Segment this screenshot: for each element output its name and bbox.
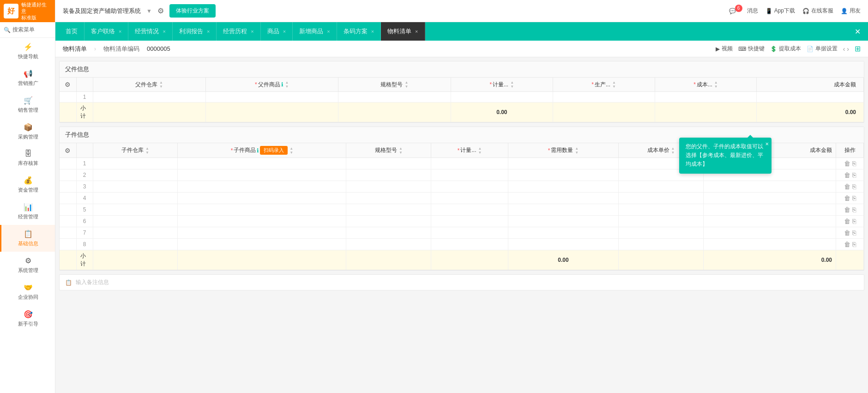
child-col-settings-icon[interactable]: ⚙ xyxy=(65,147,71,154)
delete-icon-1[interactable]: 🗑 xyxy=(844,160,850,167)
col-settings-icon[interactable]: ⚙ xyxy=(65,81,71,88)
child-row-spec-1[interactable] xyxy=(346,158,431,169)
child-row-product-3[interactable] xyxy=(178,181,346,193)
child-row-product-6[interactable] xyxy=(178,216,346,227)
child-row-product-1[interactable] xyxy=(178,158,346,169)
tab-close-barcode[interactable]: × xyxy=(371,29,374,34)
sidebar-item-purchase[interactable]: 📦 采购管理 xyxy=(0,118,55,145)
delete-icon-7[interactable]: 🗑 xyxy=(844,229,850,236)
sidebar-item-quick-nav[interactable]: ⚡ 快捷导航 xyxy=(0,38,55,65)
delete-icon-8[interactable]: 🗑 xyxy=(844,241,850,248)
online-service-item[interactable]: 🎧 在线客服 xyxy=(802,7,833,15)
shortcut-action[interactable]: ⌨ 快捷键 xyxy=(738,45,765,53)
child-row-unit-7[interactable] xyxy=(431,227,508,239)
child-row-spec-6[interactable] xyxy=(346,216,431,227)
message-item[interactable]: 💬 6 消息 xyxy=(729,7,758,15)
extract-cost-action[interactable]: 💲 提取成本 xyxy=(770,45,801,53)
child-row-unit-cost-4[interactable] xyxy=(619,193,704,204)
tab-close-history[interactable]: × xyxy=(251,29,253,34)
single-settings-action[interactable]: 📄 单据设置 xyxy=(807,45,838,53)
tooltip-close[interactable]: × xyxy=(765,139,769,149)
child-row-warehouse-2[interactable] xyxy=(93,169,178,181)
child-row-warehouse-6[interactable] xyxy=(93,216,178,227)
delete-icon-4[interactable]: 🗑 xyxy=(844,194,850,202)
app-download-item[interactable]: 📱 App下载 xyxy=(766,7,795,15)
child-row-unit-1[interactable] xyxy=(431,158,508,169)
copy-icon-6[interactable]: ⎘ xyxy=(852,218,856,225)
tab-profit[interactable]: 利润报告× xyxy=(173,22,217,41)
sidebar-item-sales[interactable]: 🛒 销售管理 xyxy=(0,91,55,118)
copy-icon-2[interactable]: ⎘ xyxy=(852,171,856,179)
child-row-qty-8[interactable] xyxy=(508,239,618,250)
tab-close-customers[interactable]: × xyxy=(119,29,121,34)
child-col-settings[interactable]: ⚙ xyxy=(60,143,76,158)
user-item[interactable]: 👤 用友 xyxy=(841,7,861,15)
child-row-unit-8[interactable] xyxy=(431,239,508,250)
sidebar-item-guide[interactable]: 🎯 新手引导 xyxy=(0,305,55,332)
child-row-qty-3[interactable] xyxy=(508,181,618,193)
child-row-product-5[interactable] xyxy=(178,204,346,216)
parent-row-warehouse[interactable] xyxy=(93,92,205,103)
tab-new-products[interactable]: 新增商品× xyxy=(293,22,337,41)
experience-btn[interactable]: 体验行业方案 xyxy=(169,4,216,18)
copy-icon-1[interactable]: ⎘ xyxy=(852,160,856,167)
parent-col-settings[interactable]: ⚙ xyxy=(60,78,76,92)
child-row-product-2[interactable] xyxy=(178,169,346,181)
tab-operations[interactable]: 经营情况× xyxy=(128,22,172,41)
child-row-unit-cost-3[interactable] xyxy=(619,181,704,193)
child-row-spec-2[interactable] xyxy=(346,169,431,181)
parent-row-cost[interactable] xyxy=(655,92,757,103)
sidebar-item-basic-info[interactable]: 📋 基础信息 xyxy=(0,225,55,252)
delete-icon-2[interactable]: 🗑 xyxy=(844,171,850,179)
parent-row-spec[interactable] xyxy=(338,92,451,103)
parent-row-unit[interactable] xyxy=(451,92,553,103)
child-row-spec-4[interactable] xyxy=(346,193,431,204)
child-row-warehouse-7[interactable] xyxy=(93,227,178,239)
child-row-unit-2[interactable] xyxy=(431,169,508,181)
child-row-spec-7[interactable] xyxy=(346,227,431,239)
copy-icon-5[interactable]: ⎘ xyxy=(852,206,856,213)
child-row-spec-3[interactable] xyxy=(346,181,431,193)
close-all-tabs[interactable]: ✕ xyxy=(851,27,864,36)
child-row-unit-cost-6[interactable] xyxy=(619,216,704,227)
tab-close-operations[interactable]: × xyxy=(163,29,165,34)
settings-icon[interactable]: ⚙ xyxy=(157,6,164,15)
sidebar-item-system[interactable]: ⚙ 系统管理 xyxy=(0,252,55,278)
child-row-unit-5[interactable] xyxy=(431,204,508,216)
grid-view-icon[interactable]: ⊞ xyxy=(855,44,861,53)
child-row-warehouse-5[interactable] xyxy=(93,204,178,216)
copy-icon-4[interactable]: ⎘ xyxy=(852,194,856,202)
child-row-unit-cost-5[interactable] xyxy=(619,204,704,216)
child-row-qty-5[interactable] xyxy=(508,204,618,216)
child-row-spec-8[interactable] xyxy=(346,239,431,250)
tab-close-profit[interactable]: × xyxy=(207,29,210,34)
child-row-warehouse-8[interactable] xyxy=(93,239,178,250)
child-row-unit-cost-8[interactable] xyxy=(619,239,704,250)
sidebar-item-marketing[interactable]: 📢 营销推广 xyxy=(0,65,55,91)
child-row-qty-1[interactable] xyxy=(508,158,618,169)
child-row-qty-6[interactable] xyxy=(508,216,618,227)
parent-row-production[interactable] xyxy=(553,92,655,103)
breadcrumb-bom[interactable]: 物料清单 xyxy=(63,45,87,53)
child-row-qty-7[interactable] xyxy=(508,227,618,239)
copy-icon-7[interactable]: ⎘ xyxy=(852,229,856,236)
search-menu[interactable]: 🔍 搜索菜单 xyxy=(0,22,55,38)
nav-prev[interactable]: ‹ xyxy=(843,45,845,53)
child-row-product-7[interactable] xyxy=(178,227,346,239)
child-row-spec-5[interactable] xyxy=(346,204,431,216)
child-row-product-8[interactable] xyxy=(178,239,346,250)
scan-input-btn[interactable]: 扫码录入 xyxy=(260,146,288,155)
copy-icon-8[interactable]: ⎘ xyxy=(852,241,856,248)
view-action[interactable]: ▶ 视频 xyxy=(716,45,733,53)
child-row-warehouse-4[interactable] xyxy=(93,193,178,204)
child-row-warehouse-1[interactable] xyxy=(93,158,178,169)
delete-icon-5[interactable]: 🗑 xyxy=(844,206,850,213)
tab-history[interactable]: 经营历程× xyxy=(217,22,260,41)
tab-home[interactable]: 首页 xyxy=(59,22,84,41)
tab-close-new-products[interactable]: × xyxy=(327,29,330,34)
nav-next[interactable]: › xyxy=(847,45,849,53)
note-label[interactable]: 输入备注信息 xyxy=(76,278,109,286)
tab-barcode[interactable]: 条码方案× xyxy=(337,22,381,41)
tab-bom[interactable]: 物料清单× xyxy=(381,22,425,41)
sidebar-item-operations[interactable]: 📊 经营管理 xyxy=(0,198,55,225)
